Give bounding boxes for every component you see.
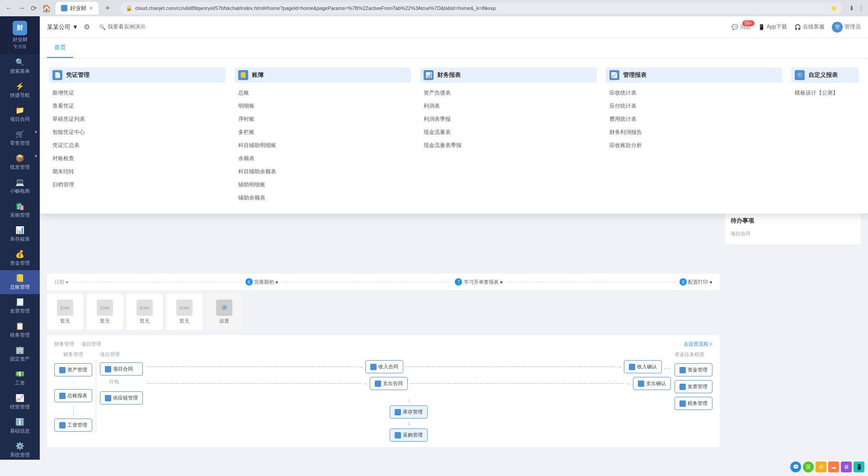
menu-item-detail-ledger[interactable]: 明细账 bbox=[235, 100, 411, 113]
menu-item-profit-report[interactable]: 利润表 bbox=[420, 100, 597, 113]
sidebar-item-assets[interactable]: 🏢 固定资产 bbox=[0, 342, 40, 366]
flow-box-supply[interactable]: 供应链管理 bbox=[100, 391, 143, 405]
sidebar-item-shortcut[interactable]: ⚡ 快捷导航 bbox=[0, 78, 40, 102]
ledger-section-title: 账簿 bbox=[252, 71, 264, 79]
icon-card-2[interactable]: Icon 暂无 bbox=[87, 294, 123, 330]
tab-home[interactable]: 首页 bbox=[47, 38, 73, 58]
menu-item-cashflow-quarterly[interactable]: 现金流量表季报 bbox=[420, 139, 597, 152]
sidebar-item-wholesale[interactable]: 📦 批发管理 ▼ bbox=[0, 150, 40, 174]
icon-card-settings[interactable]: ⚙️ 设置 bbox=[206, 294, 242, 330]
sidebar-item-search[interactable]: 🔍 搜索菜单 bbox=[0, 54, 40, 78]
setup-flow-link[interactable]: 去设置流程 > bbox=[684, 341, 712, 347]
menu-item-profit-report-mgmt[interactable]: 财务利润报告 bbox=[606, 126, 783, 139]
menu-item-subject-balance[interactable]: 科目辅助余额表 bbox=[235, 165, 411, 178]
tab-close-btn[interactable]: ✕ bbox=[89, 5, 93, 11]
flow-box-asset[interactable]: 资产管理 bbox=[54, 363, 92, 376]
sidebar-item-tax[interactable]: 📋 税务管理 bbox=[0, 318, 40, 342]
sidebar-item-capital[interactable]: 💰 资金管理 bbox=[0, 246, 40, 270]
menu-item-profit-quarterly[interactable]: 利润表季报 bbox=[420, 113, 597, 126]
username: 管理员 bbox=[844, 23, 861, 31]
todo-item-project[interactable]: 项目合同 bbox=[731, 228, 855, 239]
purchase-flow-icon bbox=[395, 432, 401, 438]
icon-card-1[interactable]: Icon 暂无 bbox=[47, 294, 83, 330]
menu-item-auxiliary-balance[interactable]: 辅助余额表 bbox=[235, 191, 411, 205]
financial-section-title: 财务报表 bbox=[437, 71, 461, 79]
sidebar-item-invoice[interactable]: 🧾 发票管理 bbox=[0, 294, 40, 318]
user-avatar[interactable]: 管 管理员 bbox=[832, 22, 861, 33]
online-service-btn[interactable]: 🎧 在线客服 bbox=[794, 23, 825, 31]
flow-box-income-contract[interactable]: 收入合同 bbox=[365, 360, 403, 373]
menu-item-template-design[interactable]: 模板设计【公测】 bbox=[791, 86, 859, 100]
menu-item-multi-column-ledger[interactable]: 多栏账 bbox=[235, 126, 411, 139]
sidebar-item-salary[interactable]: 💵 工资 bbox=[0, 366, 40, 390]
menu-item-balance-sheet[interactable]: 余额表 bbox=[235, 152, 411, 165]
dropdown-menu: 📄 凭证管理 新增凭证 查看凭证 草稿凭证列表 智能凭证中心 凭证汇总表 对账检… bbox=[40, 58, 868, 214]
sidebar-item-ecommerce[interactable]: 💻 小畅电商 bbox=[0, 174, 40, 198]
menu-item-receivable-analysis[interactable]: 应收账款分析 bbox=[606, 139, 783, 152]
icon-card-4[interactable]: Icon 暂无 bbox=[166, 294, 203, 330]
flow-box-capital[interactable]: 资金管理 bbox=[675, 363, 712, 376]
menu-item-new-voucher[interactable]: 新增凭证 bbox=[49, 86, 226, 100]
settings-gear-icon[interactable]: ⚙ bbox=[84, 23, 90, 31]
flow-box-income-confirm[interactable]: 收入确认 bbox=[624, 360, 662, 373]
menu-item-receivable-stats[interactable]: 应收统计表 bbox=[606, 86, 783, 100]
menu-item-draft-voucher[interactable]: 草稿凭证列表 bbox=[49, 113, 226, 126]
sidebar-item-inventory[interactable]: 📊 库存核算 bbox=[0, 222, 40, 246]
flow-box-invoice-mgmt[interactable]: 发票管理 bbox=[675, 380, 712, 393]
inventory-flow-icon bbox=[395, 409, 401, 415]
menu-item-view-voucher[interactable]: 查看凭证 bbox=[49, 100, 226, 113]
menu-item-payable-stats[interactable]: 应付统计表 bbox=[606, 100, 783, 113]
message-btn[interactable]: 💬 消息 99+ bbox=[731, 23, 751, 31]
menu-section-header-ledger: 📒 账簿 bbox=[235, 67, 411, 83]
download-icon[interactable]: ⬇ bbox=[849, 5, 854, 12]
new-tab-btn[interactable]: + bbox=[101, 2, 114, 14]
reload-btn[interactable]: ⟳ bbox=[29, 3, 38, 14]
demo-search-btn[interactable]: 🔍 我要看实例演示 bbox=[95, 21, 149, 33]
flow-box-general-report[interactable]: 总账报表 bbox=[54, 389, 92, 402]
sidebar-item-operations[interactable]: 📈 经营管理 bbox=[0, 390, 40, 414]
icon-card-3[interactable]: Icon 暂无 bbox=[127, 294, 163, 330]
flow-box-project[interactable]: 项目合同 bbox=[100, 362, 143, 376]
flow-box-salary[interactable]: 工资管理 bbox=[54, 419, 92, 432]
menu-icon[interactable]: ⋮ bbox=[858, 5, 864, 12]
company-selector[interactable]: 某某公司 ▼ bbox=[47, 23, 78, 31]
menu-item-general-ledger[interactable]: 总账 bbox=[235, 86, 411, 100]
flow-box-expense-contract[interactable]: 支出合同 bbox=[370, 377, 408, 390]
sidebar-item-retail[interactable]: 🛒 零售管理 ▼ bbox=[0, 126, 40, 150]
supply-flow-icon bbox=[105, 395, 111, 401]
flow-box-tax[interactable]: 税务管理 bbox=[675, 397, 712, 410]
menu-item-balance-report[interactable]: 资产负债表 bbox=[420, 86, 597, 100]
menu-item-smart-voucher[interactable]: 智能凭证中心 bbox=[49, 126, 226, 139]
menu-item-subject-detail[interactable]: 科目辅助明细账 bbox=[235, 139, 411, 152]
search-icon: 🔍 bbox=[15, 58, 24, 67]
menu-item-sequential-ledger[interactable]: 序时账 bbox=[235, 113, 411, 126]
menu-item-auxiliary-detail[interactable]: 辅助明细账 bbox=[235, 178, 411, 191]
active-tab[interactable]: 好业财 ✕ bbox=[56, 2, 99, 14]
sidebar-item-system[interactable]: ⚙️ 系统管理 bbox=[0, 438, 40, 460]
basic-icon: ℹ️ bbox=[15, 418, 24, 426]
menu-section-header-custom: ⚙️ 自定义报表 bbox=[791, 67, 859, 83]
flow-box-expense-confirm[interactable]: 支出确认 bbox=[633, 377, 671, 390]
menu-item-archive[interactable]: 归档管理 bbox=[49, 178, 226, 191]
menu-item-cashflow-report[interactable]: 现金流量表 bbox=[420, 126, 597, 139]
menu-section-header-voucher: 📄 凭证管理 bbox=[49, 67, 226, 83]
asset-icon bbox=[59, 367, 66, 373]
flow-box-purchase[interactable]: 采购管理 bbox=[390, 428, 428, 442]
app-download-btn[interactable]: 📱 App下载 bbox=[758, 23, 787, 31]
flow-box-inventory[interactable]: 库存管理 bbox=[390, 405, 428, 419]
home-btn[interactable]: 🏠 bbox=[40, 3, 53, 14]
menu-item-voucher-summary[interactable]: 凭证汇总表 bbox=[49, 139, 226, 152]
back-btn[interactable]: ← bbox=[4, 3, 14, 13]
sidebar-item-basic[interactable]: ℹ️ 基础信息 bbox=[0, 414, 40, 438]
menu-item-reconciliation[interactable]: 对账检查 bbox=[49, 152, 226, 165]
url-bar[interactable]: cloud.chanjet.com/cc/u6d89qwnryel/57bfsk… bbox=[135, 5, 828, 11]
sidebar-item-accounting[interactable]: 📒 总账管理 bbox=[0, 270, 40, 294]
menu-section-ledger: 📒 账簿 总账 明细账 序时账 多栏账 科目辅助明细账 余额表 科目辅助余额表 … bbox=[235, 67, 411, 205]
menu-item-expense-stats[interactable]: 费用统计表 bbox=[606, 113, 783, 126]
forward-btn[interactable]: → bbox=[16, 3, 27, 13]
custom-section-icon: ⚙️ bbox=[795, 70, 805, 80]
operations-icon: 📈 bbox=[15, 394, 24, 402]
menu-item-period-end[interactable]: 期末结转 bbox=[49, 165, 226, 178]
sidebar-item-purchase[interactable]: 🛍️ 采购管理 bbox=[0, 198, 40, 222]
sidebar-item-project[interactable]: 📁 项目合同 bbox=[0, 102, 40, 126]
